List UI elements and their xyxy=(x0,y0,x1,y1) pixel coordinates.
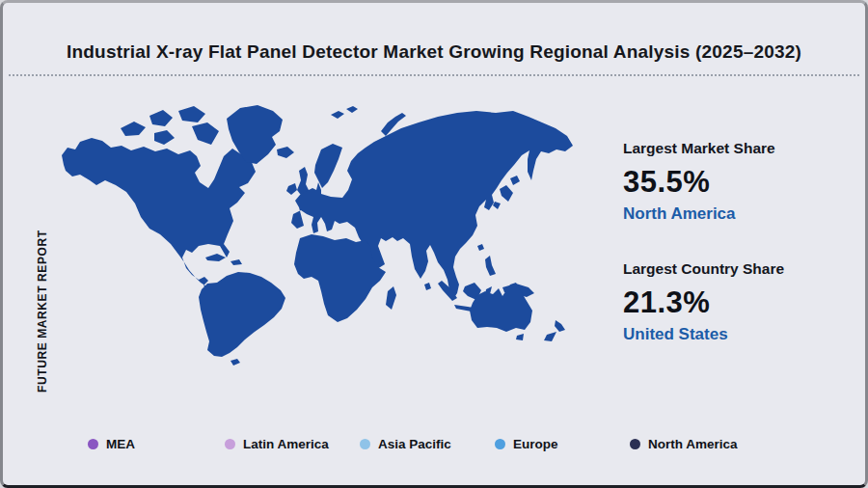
legend-dot-mea xyxy=(88,439,98,449)
scandinavia-shape xyxy=(314,144,342,188)
legend-label: Europe xyxy=(513,437,558,451)
legend-item-latin-america: Latin America xyxy=(225,433,329,454)
caribbean-shape xyxy=(205,254,242,265)
stat-label: Largest Market Share xyxy=(623,140,854,157)
stat-largest-country-share: Largest Country Share 21.3% United State… xyxy=(623,260,854,344)
legend-dot-latin-america xyxy=(225,439,235,449)
iceland-shape xyxy=(277,147,294,158)
philippines-shape xyxy=(485,256,496,276)
stat-region: United States xyxy=(623,325,854,344)
taiwan-shape xyxy=(477,244,484,251)
madagascar-shape xyxy=(386,286,396,310)
stat-value: 21.3% xyxy=(623,287,854,317)
legend-label: North America xyxy=(648,437,738,451)
new-zealand-shape xyxy=(544,320,565,341)
legend-dot-europe xyxy=(495,439,505,449)
legend-dot-asia-pacific xyxy=(360,439,370,449)
legend-item-asia-pacific: Asia Pacific xyxy=(360,433,451,454)
legend-label: MEA xyxy=(106,437,135,451)
stat-label: Largest Country Share xyxy=(623,260,854,278)
ireland-shape xyxy=(286,183,297,195)
legend: MEA Latin America Asia Pacific Europe No… xyxy=(3,433,865,456)
infographic-root: Industrial X-ray Flat Panel Detector Mar… xyxy=(0,0,868,488)
legend-item-mea: MEA xyxy=(88,433,135,454)
stat-region: North America xyxy=(623,204,854,224)
stat-value: 35.5% xyxy=(623,167,854,197)
sri-lanka-shape xyxy=(424,283,431,290)
stats-panel: Largest Market Share 35.5% North America… xyxy=(623,140,854,381)
legend-item-europe: Europe xyxy=(495,433,558,454)
north-america-shape xyxy=(62,138,256,293)
arctic-islands-shape xyxy=(121,106,219,145)
legend-label: Latin America xyxy=(243,437,329,451)
stat-largest-market-share: Largest Market Share 35.5% North America xyxy=(623,140,854,224)
legend-item-north-america: North America xyxy=(630,433,738,454)
legend-dot-north-america xyxy=(630,439,640,449)
south-america-shape xyxy=(199,272,285,366)
legend-label: Asia Pacific xyxy=(378,437,451,451)
